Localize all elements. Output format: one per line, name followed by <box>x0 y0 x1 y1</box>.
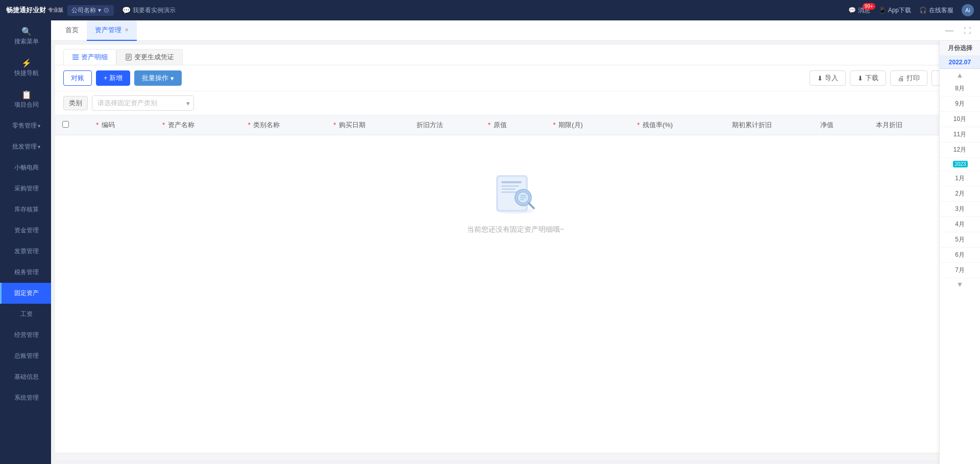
sidebar-item-finance[interactable]: 资金管理 <box>0 220 51 241</box>
download-btn[interactable]: ⬇ 下载 <box>850 70 886 86</box>
sidebar-item-search[interactable]: 🔍 搜索菜单 <box>0 20 51 52</box>
sidebar-label-salary: 工资 <box>5 310 48 319</box>
sub-tab-change-voucher[interactable]: 变更生成凭证 <box>116 49 183 65</box>
print-label: 打印 <box>906 74 920 83</box>
th-code: * 编码 <box>76 115 135 135</box>
month-item-2[interactable]: 2月 <box>940 186 980 202</box>
download-label: 下载 <box>865 74 878 83</box>
sidebar-item-salary[interactable]: 工资 <box>0 304 51 325</box>
month-panel-current-year[interactable]: 2022.07 <box>940 56 980 69</box>
month-item-4[interactable]: 4月 <box>940 217 980 232</box>
sidebar-item-quick-nav[interactable]: ⚡ 快捷导航 <box>0 52 51 84</box>
tab-close-icon[interactable]: ✕ <box>125 27 129 33</box>
table-header-row: * 编码 * 资产名称 * 类别名称 <box>55 115 976 135</box>
filter-bar: 类别 请选择固定资产类别 ▾ <box>55 91 976 115</box>
th-original-value: * 原值 <box>468 115 527 135</box>
import-btn[interactable]: ⬇ 导入 <box>810 70 846 86</box>
sidebar-label-purchase: 采购管理 <box>5 184 48 193</box>
month-item-3[interactable]: 3月 <box>940 202 980 217</box>
online-service-btn[interactable]: 🎧 在线客服 <box>919 6 953 15</box>
th-acc-dep-label: 期初累计折旧 <box>732 121 772 129</box>
sidebar: 🔍 搜索菜单 ⚡ 快捷导航 📋 项目合同 零售管理 ▾ 批发管理 ▾ 小畅电商 <box>0 20 51 464</box>
month-item-9[interactable]: 9月 <box>940 96 980 112</box>
month-arrow-down[interactable]: ▼ <box>940 278 980 290</box>
th-accumulated-dep: 期初累计折旧 <box>701 115 802 135</box>
sidebar-item-tax[interactable]: 税务管理 <box>0 262 51 283</box>
bottom-scroll-bar[interactable] <box>55 453 976 460</box>
sidebar-item-inventory[interactable]: 库存核算 <box>0 199 51 220</box>
tab-home[interactable]: 首页 <box>57 20 87 41</box>
avatar-text: Ai <box>965 7 970 13</box>
month-arrow-up[interactable]: ▲ <box>940 69 980 81</box>
add-btn[interactable]: + 新增 <box>96 70 130 86</box>
window-minimize-btn[interactable]: — <box>942 25 957 36</box>
svg-rect-0 <box>72 55 79 56</box>
th-dep-method-label: 折旧方法 <box>416 121 443 129</box>
month-item-7[interactable]: 7月 <box>940 263 980 278</box>
sidebar-item-wholesale[interactable]: 批发管理 ▾ <box>0 136 51 157</box>
th-purchase-date-label: 购买日期 <box>339 121 365 129</box>
month-item-year-2023[interactable]: 2023 <box>940 158 980 171</box>
sidebar-item-system[interactable]: 系统管理 <box>0 387 51 408</box>
month-panel-header: 月份选择 <box>940 41 980 56</box>
list-icon <box>72 54 79 61</box>
sub-tabs: 资产明细 变更生成凭证 <box>55 45 976 65</box>
batch-btn[interactable]: 批量操作 ▾ <box>134 70 182 86</box>
th-category: * 类别名称 <box>221 115 307 135</box>
reconcile-btn[interactable]: 对账 <box>63 70 92 86</box>
month-item-6[interactable]: 6月 <box>940 248 980 263</box>
window-maximize-btn[interactable]: ⛶ <box>961 26 974 36</box>
month-item-10[interactable]: 10月 <box>940 112 980 127</box>
settings-icon[interactable]: ⚙ <box>103 6 110 14</box>
sidebar-item-purchase[interactable]: 采购管理 <box>0 178 51 199</box>
sidebar-item-retail[interactable]: 零售管理 ▾ <box>0 115 51 136</box>
sidebar-label-finance: 资金管理 <box>5 226 48 235</box>
demo-link[interactable]: 💬 我要看实例演示 <box>122 6 176 15</box>
tab-asset-mgmt[interactable]: 资产管理 ✕ <box>87 20 137 41</box>
th-original-value-label: 原值 <box>494 121 507 129</box>
message-icon: 💬 <box>848 7 856 14</box>
app-download-label: App下载 <box>888 6 911 15</box>
sidebar-item-ecommerce[interactable]: 小畅电商 <box>0 157 51 178</box>
sidebar-item-ledger[interactable]: 总账管理 <box>0 346 51 367</box>
company-selector[interactable]: 公司名称 ▾ ⚙ <box>67 5 114 16</box>
th-monthly-dep: 本月折旧 <box>851 115 926 135</box>
month-item-8[interactable]: 8月 <box>940 81 980 96</box>
company-dropdown-icon: ▾ <box>98 7 101 14</box>
filter-category-label: 类别 <box>63 96 88 110</box>
month-item-5[interactable]: 5月 <box>940 232 980 248</box>
month-item-1[interactable]: 1月 <box>940 171 980 186</box>
filter-category-wrap: 请选择固定资产类别 ▾ <box>92 95 194 111</box>
content-area: 首页 资产管理 ✕ — ⛶ <box>51 20 980 464</box>
print-icon: 🖨 <box>898 75 904 82</box>
demo-icon: 💬 <box>122 6 131 14</box>
svg-rect-10 <box>501 181 522 183</box>
svg-rect-11 <box>501 185 519 187</box>
filter-category-select[interactable]: 请选择固定资产类别 <box>92 95 194 111</box>
sidebar-label-basic-info: 基础信息 <box>5 373 48 381</box>
sidebar-item-project[interactable]: 📋 项目合同 <box>0 84 51 115</box>
th-category-label: 类别名称 <box>253 121 280 129</box>
print-btn[interactable]: 🖨 打印 <box>890 70 927 86</box>
svg-rect-2 <box>72 59 79 60</box>
avatar[interactable]: Ai <box>962 4 974 16</box>
toolbar: 对账 + 新增 批量操作 ▾ ⬇ 导入 <box>55 65 976 91</box>
message-btn[interactable]: 💬 消息 99+ <box>848 6 870 15</box>
month-item-12[interactable]: 12月 <box>940 142 980 158</box>
month-panel: 月份选择 2022.07 ▲ 8月 9月 10月 11月 12月 2023 1月… <box>939 41 980 464</box>
month-item-11[interactable]: 11月 <box>940 127 980 142</box>
sidebar-item-basic-info[interactable]: 基础信息 <box>0 367 51 387</box>
select-all-checkbox[interactable] <box>62 121 69 128</box>
th-name: * 资产名称 <box>135 115 221 135</box>
th-residual-rate-label: 残值率(%) <box>643 121 673 129</box>
sub-tab-asset-detail[interactable]: 资产明细 <box>63 49 116 65</box>
app-download-btn[interactable]: 📱 App下载 <box>878 6 911 15</box>
import-icon: ⬇ <box>817 75 823 82</box>
sidebar-item-management[interactable]: 经营管理 <box>0 325 51 346</box>
online-service-label: 在线客服 <box>929 6 953 15</box>
doc-icon <box>125 54 132 61</box>
sidebar-label-tax: 税务管理 <box>5 268 48 277</box>
sidebar-item-fixed-assets[interactable]: 固定资产 <box>0 283 51 304</box>
message-badge: 99+ <box>863 3 875 10</box>
sidebar-item-invoice[interactable]: 发票管理 <box>0 241 51 262</box>
